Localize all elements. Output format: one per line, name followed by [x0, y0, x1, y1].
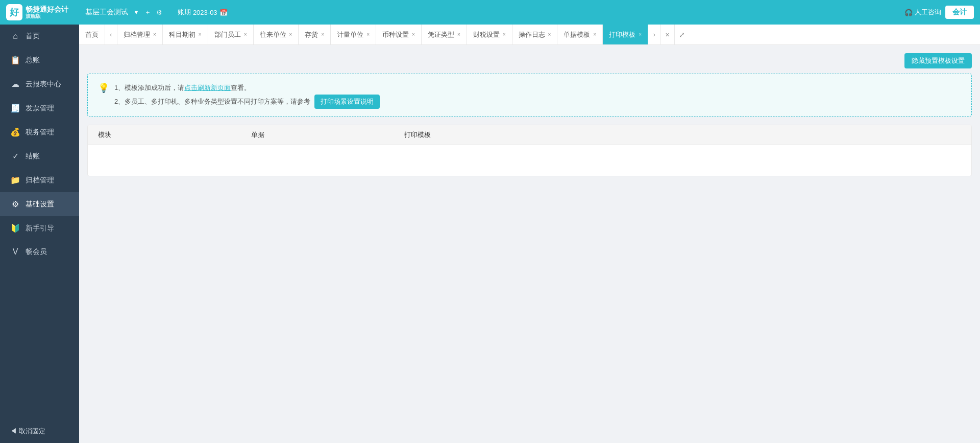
sidebar-unpin-button[interactable]: ◀ 取消固定 — [0, 419, 79, 443]
sidebar-item-guide[interactable]: 🔰 新手引导 — [0, 216, 79, 240]
sidebar-item-reports[interactable]: ☁ 云报表中心 — [0, 72, 79, 96]
tab-close-supplier[interactable]: × — [289, 32, 292, 37]
sidebar-label-settings: 基础设置 — [26, 200, 54, 209]
sidebar-item-invoice[interactable]: 🧾 发票管理 — [0, 96, 79, 120]
tab-label-unit: 计量单位 — [337, 30, 363, 39]
settle-icon: ✓ — [10, 151, 20, 161]
sidebar-label-invoice: 发票管理 — [26, 104, 54, 113]
invoice-icon: 🧾 — [10, 103, 20, 113]
header-add-icon[interactable]: ＋ — [144, 8, 151, 17]
col-header-module: 模块 — [88, 130, 241, 139]
guide-icon: 🔰 — [10, 223, 20, 233]
app-logo: 好 畅捷通好会计 旗舰版 — [6, 4, 85, 20]
tab-close-unit[interactable]: × — [366, 32, 370, 37]
tab-currency[interactable]: 币种设置 × — [376, 25, 422, 44]
app-name: 畅捷通好会计 — [26, 5, 68, 14]
tab-close-department[interactable]: × — [244, 32, 247, 37]
data-table: 模块 单据 打印模板 — [87, 125, 972, 176]
help-label: 人工咨询 — [915, 8, 941, 17]
tab-home[interactable]: 首页 — [79, 25, 105, 44]
sidebar-item-home[interactable]: ⌂ 首页 — [0, 25, 79, 48]
calendar-icon[interactable]: 📅 — [219, 9, 228, 16]
tab-label-print-template: 打印模板 — [609, 30, 635, 39]
sidebar-item-member[interactable]: V 畅会员 — [0, 240, 79, 264]
app-sub: 旗舰版 — [26, 13, 68, 19]
info-line1-prefix: 1、模板添加成功后，请 — [114, 84, 184, 91]
tab-close-doc-template[interactable]: × — [593, 32, 596, 37]
header-settings-icon[interactable]: ⚙ — [156, 9, 162, 16]
info-line1-suffix: 查看。 — [231, 84, 251, 91]
top-header: 好 畅捷通好会计 旗舰版 基层工会测试 ▼ ＋ ⚙ 账期 2023-03 📅 🎧… — [0, 0, 980, 25]
info-box-content: 💡 1、模板添加成功后，请点击刷新新页面查看。 2、多员工、多打印机、多种业务类… — [98, 81, 961, 109]
tab-close-inventory[interactable]: × — [321, 32, 324, 37]
settings-icon: ⚙ — [10, 199, 20, 209]
sidebar-item-ledger[interactable]: 📋 总账 — [0, 48, 79, 72]
tab-voucher[interactable]: 凭证类型 × — [422, 25, 467, 44]
sidebar-item-tax[interactable]: 💰 税务管理 — [0, 120, 79, 144]
tab-supplier[interactable]: 往来单位 × — [254, 25, 299, 44]
info-text: 1、模板添加成功后，请点击刷新新页面查看。 2、多员工、多打印机、多种业务类型设… — [114, 81, 380, 109]
reports-icon: ☁ — [10, 79, 20, 89]
tab-label-supplier: 往来单位 — [260, 30, 286, 39]
workspace-dropdown-icon[interactable]: ▼ — [133, 9, 139, 16]
info-line1: 1、模板添加成功后，请点击刷新新页面查看。 — [114, 81, 380, 95]
tab-close-all-button[interactable]: × — [660, 25, 675, 44]
header-workspace: 基层工会测试 ▼ ＋ ⚙ 账期 2023-03 📅 — [85, 8, 904, 17]
hide-template-button[interactable]: 隐藏预置模板设置 — [904, 53, 972, 68]
sidebar-item-archive[interactable]: 📁 归档管理 — [0, 168, 79, 192]
tab-label-archive: 归档管理 — [124, 30, 150, 39]
tab-close-operation[interactable]: × — [548, 32, 551, 37]
col-header-template: 打印模板 — [394, 130, 971, 139]
page-content: 隐藏预置模板设置 💡 1、模板添加成功后，请点击刷新新页面查看。 2、多员工、多… — [79, 45, 980, 443]
tab-bar: 首页 ‹ 归档管理 × 科目期初 × 部门员工 × 往来单位 × 存货 × — [79, 25, 980, 45]
period-value: 2023-03 — [193, 9, 217, 16]
sidebar-label-home: 首页 — [26, 32, 40, 41]
tab-label-doc-template: 单据模板 — [564, 30, 590, 39]
tab-expand-button[interactable]: ⤢ — [675, 25, 689, 44]
sidebar-label-settle: 结账 — [26, 152, 40, 161]
tab-tax-settings[interactable]: 财税设置 × — [467, 25, 512, 44]
workspace-name: 基层工会测试 — [85, 8, 128, 17]
sidebar-label-archive: 归档管理 — [26, 176, 54, 185]
col-header-doc: 单据 — [241, 130, 394, 139]
tab-inventory[interactable]: 存货 × — [299, 25, 331, 44]
header-right: 🎧 人工咨询 会计 — [904, 6, 974, 19]
headset-icon: 🎧 — [904, 9, 913, 16]
print-scene-button[interactable]: 打印场景设置说明 — [314, 95, 380, 109]
sidebar-item-settings[interactable]: ⚙ 基础设置 — [0, 192, 79, 216]
tab-unit[interactable]: 计量单位 × — [331, 25, 376, 44]
info-line2-text: 2、多员工、多打印机、多种业务类型设置不同打印方案等，请参考 — [114, 98, 310, 105]
tab-subject[interactable]: 科目期初 × — [163, 25, 208, 44]
tab-nav-left[interactable]: ‹ — [105, 25, 117, 44]
tab-close-voucher[interactable]: × — [457, 32, 460, 37]
tab-label-currency: 币种设置 — [382, 30, 409, 39]
period-info: 账期 2023-03 📅 — [178, 8, 228, 17]
tab-operation[interactable]: 操作日志 × — [512, 25, 558, 44]
content-area: 首页 ‹ 归档管理 × 科目期初 × 部门员工 × 往来单位 × 存货 × — [79, 25, 980, 443]
bulb-icon: 💡 — [98, 82, 109, 94]
tab-close-archive[interactable]: × — [153, 32, 156, 37]
tax-icon: 💰 — [10, 127, 20, 137]
action-bar: 隐藏预置模板设置 — [87, 53, 972, 68]
archive-icon: 📁 — [10, 175, 20, 185]
tab-label-inventory: 存货 — [305, 30, 318, 39]
logo-text: 畅捷通好会计 旗舰版 — [26, 5, 68, 20]
tab-archive[interactable]: 归档管理 × — [117, 25, 163, 44]
help-button[interactable]: 🎧 人工咨询 — [904, 8, 941, 17]
tab-close-subject[interactable]: × — [199, 32, 202, 37]
tab-doc-template[interactable]: 单据模板 × — [557, 25, 603, 44]
tab-close-print-template[interactable]: × — [639, 32, 642, 37]
home-icon: ⌂ — [10, 32, 20, 41]
sidebar-item-settle[interactable]: ✓ 结账 — [0, 144, 79, 168]
sidebar-label-tax: 税务管理 — [26, 128, 54, 137]
account-button[interactable]: 会计 — [945, 6, 974, 19]
tab-close-currency[interactable]: × — [412, 32, 415, 37]
tab-label-operation: 操作日志 — [519, 30, 545, 39]
sidebar: ⌂ 首页 📋 总账 ☁ 云报表中心 🧾 发票管理 💰 税务管理 ✓ 结账 📁 归… — [0, 25, 79, 443]
refresh-link[interactable]: 点击刷新新页面 — [184, 84, 231, 91]
tab-print-template[interactable]: 打印模板 × — [603, 25, 648, 44]
ledger-icon: 📋 — [10, 55, 20, 65]
tab-close-tax-settings[interactable]: × — [503, 32, 506, 37]
tab-nav-right[interactable]: › — [648, 25, 660, 44]
tab-department[interactable]: 部门员工 × — [208, 25, 254, 44]
